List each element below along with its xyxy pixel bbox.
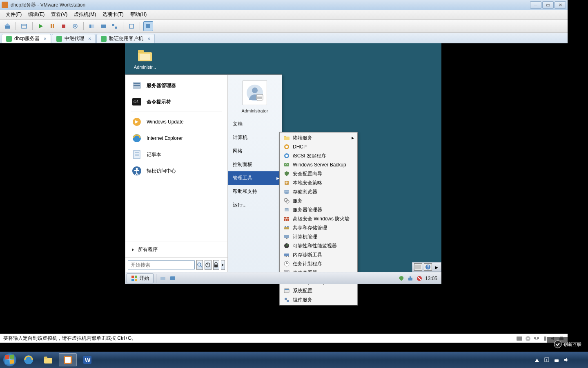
host-tray-action-center-icon[interactable]: ! bbox=[544, 357, 550, 363]
arrow-right-icon: ▶ bbox=[276, 176, 279, 180]
submenu-terminal-services[interactable]: 终端服务▶ bbox=[280, 133, 357, 142]
submenu-backup[interactable]: Windows Server Backup bbox=[280, 160, 357, 169]
power-options-button[interactable] bbox=[221, 260, 225, 270]
device-hdd-icon[interactable] bbox=[516, 336, 523, 341]
toolbar-unity[interactable] bbox=[110, 21, 120, 31]
host-task-vmware[interactable] bbox=[59, 353, 77, 366]
guest-clock[interactable]: 13:05 bbox=[425, 276, 437, 281]
quick-launch-server-manager[interactable] bbox=[159, 274, 167, 283]
host-tray-volume-icon[interactable] bbox=[564, 357, 569, 363]
tray-blocked-icon[interactable] bbox=[416, 275, 423, 282]
start-right-control-panel[interactable]: 控制面板 bbox=[228, 158, 282, 171]
svg-rect-71 bbox=[286, 238, 287, 239]
user-picture[interactable] bbox=[243, 81, 267, 105]
toolbar-split-view[interactable] bbox=[87, 21, 97, 31]
toolbar-library[interactable] bbox=[19, 21, 29, 31]
close-icon[interactable]: × bbox=[44, 36, 47, 42]
menu-edit[interactable]: 编辑(E) bbox=[25, 10, 48, 19]
tab-client[interactable]: 验证使用客户机 × bbox=[96, 34, 155, 43]
start-item-ease-access[interactable]: 轻松访问中心 bbox=[127, 163, 226, 179]
start-item-cmd[interactable]: C:\ 命令提示符 bbox=[127, 94, 226, 110]
start-right-network[interactable]: 网络 bbox=[228, 144, 282, 158]
start-right-computer[interactable]: 计算机 bbox=[228, 131, 282, 144]
menu-vm[interactable]: 虚拟机(M) bbox=[71, 10, 99, 19]
toolbar-power-off[interactable] bbox=[59, 21, 69, 31]
tray-security-icon[interactable] bbox=[398, 275, 405, 282]
tab-relay-agent[interactable]: 中继代理 × bbox=[52, 34, 96, 43]
search-button[interactable] bbox=[196, 260, 203, 270]
start-item-server-manager[interactable]: 服务器管理器 bbox=[127, 77, 226, 94]
submenu-computer-mgmt[interactable]: 计算机管理 bbox=[280, 232, 357, 241]
start-all-programs[interactable]: 所有程序 bbox=[125, 242, 227, 257]
tray-expand-icon[interactable]: ▸ bbox=[434, 263, 439, 271]
submenu-dhcp[interactable]: DHCP bbox=[280, 142, 357, 151]
start-right-run[interactable]: 运行... bbox=[228, 198, 282, 212]
submenu-security-wizard[interactable]: 安全配置向导 bbox=[280, 169, 357, 178]
lock-button[interactable] bbox=[213, 260, 219, 270]
start-search-input[interactable] bbox=[128, 260, 195, 269]
host-task-ie[interactable] bbox=[20, 353, 38, 366]
host-tray-notifications-icon[interactable] bbox=[534, 357, 540, 363]
svg-rect-122 bbox=[44, 358, 52, 364]
tray-network-icon[interactable] bbox=[407, 275, 414, 282]
submenu-label: 高级安全 Windows 防火墙 bbox=[293, 215, 350, 222]
toolbar-home[interactable] bbox=[2, 21, 12, 31]
submenu-share-storage[interactable]: 共享和存储管理 bbox=[280, 223, 357, 232]
submenu-storage-browser[interactable]: 存储浏览器 bbox=[280, 187, 357, 196]
submenu-iscsi[interactable]: iSCSI 发起程序 bbox=[280, 151, 357, 160]
menu-file[interactable]: 文件(F) bbox=[2, 10, 25, 19]
host-task-explorer[interactable] bbox=[39, 353, 57, 366]
tab-dhcp-server[interactable]: dhcp服务器 × bbox=[2, 34, 51, 43]
show-desktop-button[interactable] bbox=[580, 352, 584, 367]
start-item-notepad[interactable]: 记事本 bbox=[127, 146, 226, 163]
submenu-memory-diag[interactable]: 内存诊断工具 bbox=[280, 250, 357, 259]
menu-tabs[interactable]: 选项卡(T) bbox=[99, 10, 127, 19]
svg-rect-47 bbox=[284, 137, 290, 140]
menu-help[interactable]: 帮助(H) bbox=[127, 10, 150, 19]
titlebar: dhcp服务器 - VMware Workstation ─ ▭ ✕ bbox=[0, 0, 568, 10]
desktop-icon-administrator[interactable]: Administr... bbox=[130, 46, 160, 70]
host-task-word[interactable]: W bbox=[78, 353, 96, 366]
device-cd-icon[interactable] bbox=[525, 336, 531, 341]
submenu-firewall[interactable]: 高级安全 Windows 防火墙 bbox=[280, 214, 357, 223]
toolbar-snapshot[interactable] bbox=[70, 21, 80, 31]
toolbar-power-on[interactable] bbox=[36, 21, 46, 31]
toolbar-fullscreen[interactable] bbox=[127, 21, 136, 31]
svg-rect-119 bbox=[5, 360, 9, 364]
device-network-icon[interactable] bbox=[533, 336, 540, 341]
minimize-button[interactable]: ─ bbox=[530, 1, 541, 9]
close-icon[interactable]: × bbox=[147, 36, 150, 42]
submenu-msconfig[interactable]: 系统配置 bbox=[280, 286, 357, 295]
submenu-label: 本地安全策略 bbox=[293, 180, 322, 186]
svg-rect-24 bbox=[134, 83, 140, 84]
tray-keyboard-icon[interactable] bbox=[414, 263, 422, 271]
toolbar-active-mode[interactable] bbox=[143, 21, 153, 31]
menu-view[interactable]: 查看(V) bbox=[48, 10, 71, 19]
host-start-button[interactable] bbox=[1, 352, 19, 367]
quick-launch-show-desktop[interactable] bbox=[169, 274, 177, 283]
vm-viewport[interactable]: Administr... 服务器管理器 C:\ 命令提示符 bbox=[0, 43, 568, 334]
svg-rect-14 bbox=[115, 27, 117, 29]
close-icon[interactable]: × bbox=[88, 36, 91, 42]
submenu-server-manager[interactable]: 服务器管理器 bbox=[280, 205, 357, 214]
submenu-component-services[interactable]: 组件服务 bbox=[280, 295, 357, 304]
host-tray-network-icon[interactable] bbox=[554, 357, 559, 363]
submenu-services[interactable]: 服务 bbox=[280, 196, 357, 205]
start-right-help[interactable]: 帮助和支持 bbox=[228, 185, 282, 198]
start-right-admin-tools[interactable]: 管理工具 ▶ bbox=[228, 171, 282, 185]
toolbar-suspend[interactable] bbox=[47, 21, 57, 31]
maximize-button[interactable]: ▭ bbox=[542, 1, 554, 9]
start-item-ie[interactable]: Internet Explorer bbox=[127, 130, 226, 146]
power-button[interactable] bbox=[205, 260, 212, 270]
close-button[interactable]: ✕ bbox=[555, 1, 566, 9]
submenu-perf-monitor[interactable]: 可靠性和性能监视器 bbox=[280, 241, 357, 250]
submenu-local-security[interactable]: 本地安全策略 bbox=[280, 178, 357, 187]
toolbar-console-view[interactable] bbox=[98, 21, 108, 31]
start-right-documents[interactable]: 文档 bbox=[228, 117, 282, 131]
submenu-task-scheduler[interactable]: 任务计划程序 bbox=[280, 259, 357, 268]
tray-help-icon[interactable]: ? bbox=[424, 263, 432, 271]
guest-desktop[interactable]: Administr... 服务器管理器 C:\ 命令提示符 bbox=[125, 43, 441, 284]
start-item-windows-update[interactable]: Windows Update bbox=[127, 114, 226, 130]
start-button[interactable]: 开始 bbox=[127, 273, 154, 283]
svg-point-9 bbox=[74, 25, 76, 27]
